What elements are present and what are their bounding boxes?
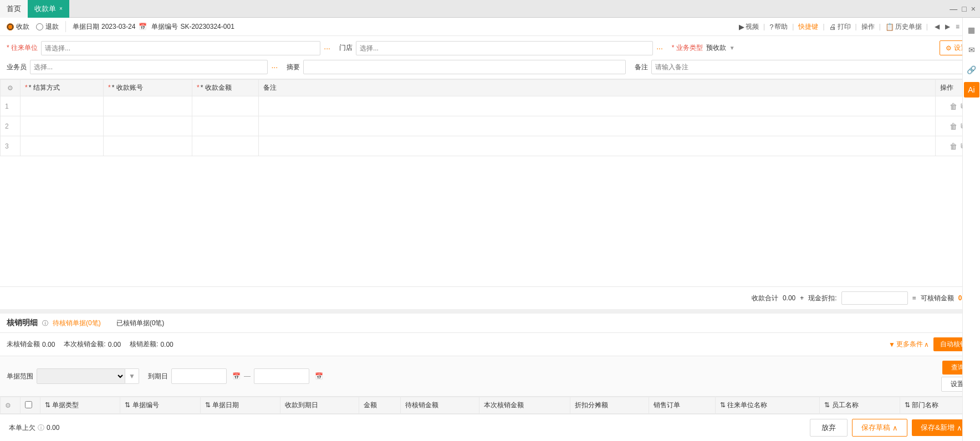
table-row: 2 🗑 ⧉	[1, 116, 980, 136]
refund-radio[interactable]: 退款	[36, 22, 59, 32]
row-2-amount[interactable]	[192, 116, 259, 136]
staff-input[interactable]	[30, 60, 268, 74]
sidebar-table-icon[interactable]: ▦	[964, 22, 979, 38]
refund-radio-input[interactable]	[36, 23, 43, 30]
store-more-icon[interactable]: ···	[656, 44, 663, 53]
business-type-arrow[interactable]: ▼	[729, 45, 735, 51]
print-btn[interactable]: 🖨 打印	[829, 22, 851, 32]
counterpart-input[interactable]	[41, 41, 320, 55]
store-input[interactable]	[356, 41, 653, 55]
more-filter-arrow: ∧	[924, 341, 929, 348]
reconcile-table-settings-icon[interactable]: ⚙	[5, 402, 11, 409]
right-sidebar: ▦ ✉ 🔗 Ai	[962, 18, 980, 441]
form-row-1: * 往来单位 ··· 门店 ··· * 业务类型 预收款 ▼ ⚙ 设置	[7, 40, 973, 55]
table-row: 3 🗑 ⧉	[1, 136, 980, 156]
operations-label: 操作	[861, 22, 875, 32]
counterpart-more-icon[interactable]: ···	[324, 44, 330, 53]
date-from-calendar-icon[interactable]: 📅	[232, 372, 241, 380]
current-reconcile-label: 本次核销金额:	[64, 340, 105, 349]
help-label: 帮助	[774, 22, 788, 32]
window-close-icon[interactable]: ×	[971, 4, 976, 13]
counterpart-field: * 往来单位 ···	[7, 41, 330, 55]
row-1-account[interactable]	[104, 96, 192, 116]
help-btn[interactable]: ? 帮助	[769, 22, 788, 32]
reconcile-title: 核销明细	[7, 318, 38, 328]
toolbar-right: ▶ 视频 | ? 帮助 | 快捷键 | 🖨 打印 | 操作 | 📋	[739, 22, 973, 32]
diff-stat: 核销差额: 0.00	[130, 340, 173, 349]
view-grid-icon[interactable]: ▶	[943, 22, 952, 32]
th-remark: 备注	[259, 80, 936, 96]
bill-no-label: 单据编号	[151, 22, 178, 32]
row-3-remark[interactable]	[259, 136, 936, 156]
reconcile-stats: 未核销金额 0.00 本次核销金额: 0.00 核销差额: 0.00 ▼ 更多条…	[0, 333, 980, 356]
sort-icon: ⇅	[720, 401, 726, 409]
help-icon: ?	[769, 23, 773, 31]
save-draft-btn[interactable]: 保存草稿 ∧	[852, 419, 907, 437]
date-to-input[interactable]: 2022-04-12	[254, 368, 309, 384]
row-2-settle[interactable]	[21, 116, 104, 136]
tab-home[interactable]: 首页	[0, 0, 28, 18]
receipt-radio-input[interactable]	[7, 23, 14, 30]
operations-btn[interactable]: 操作	[861, 22, 875, 32]
discount-input[interactable]	[841, 291, 908, 305]
sidebar-ai-icon[interactable]: Ai	[964, 82, 979, 98]
save-draft-label: 保存草稿	[861, 423, 890, 433]
tab-bar: 首页 收款单 × — □ ×	[0, 0, 980, 18]
reconcile-section: 核销明细 ⓘ 待核销单据(0笔) 已核销单据(0笔) 未核销金额 0.00 本次…	[0, 309, 980, 414]
footer: 本单上欠 ⓘ 0.00 放弃 保存草稿 ∧ 保存&新增 ∧	[0, 414, 980, 441]
row-2-account[interactable]	[104, 116, 192, 136]
equals-sign: =	[912, 294, 916, 302]
reconcile-header: 核销明细 ⓘ 待核销单据(0笔) 已核销单据(0笔)	[0, 314, 980, 333]
reconcile-info-icon[interactable]: ⓘ	[42, 319, 48, 327]
row-3-settle[interactable]	[21, 136, 104, 156]
minimize-icon[interactable]: —	[950, 4, 957, 13]
tab-close-icon[interactable]: ×	[59, 6, 63, 12]
maximize-icon[interactable]: □	[962, 4, 966, 13]
shortcut-btn[interactable]: 快捷键	[798, 22, 818, 32]
staff-more-icon[interactable]: ···	[271, 63, 278, 71]
date-to-calendar-icon[interactable]: 📅	[315, 372, 323, 380]
row-num-1: 1	[1, 96, 21, 116]
row-3-delete-icon[interactable]: 🗑	[950, 142, 957, 151]
view-list-icon[interactable]: ◀	[932, 22, 942, 32]
reconcile-th-staff: ⇅ 员工名称	[820, 397, 900, 414]
bill-limit-info-icon[interactable]: ⓘ	[38, 423, 44, 433]
reconcile-th-bill-date: ⇅ 单据日期	[200, 397, 280, 414]
bill-range-select[interactable]	[37, 368, 125, 384]
row-2-delete-icon[interactable]: 🗑	[950, 122, 957, 131]
bill-date-calendar-icon[interactable]: 📅	[139, 23, 147, 30]
view-mode-list[interactable]: ≡	[953, 22, 962, 32]
sidebar-mail-icon[interactable]: ✉	[964, 42, 979, 58]
history-btn[interactable]: 📋 历史单据	[885, 22, 922, 32]
save-draft-arrow: ∧	[892, 424, 898, 432]
remark-input[interactable]	[651, 60, 973, 74]
reconcile-th-amount: 金额	[359, 397, 401, 414]
bill-date-value: 2023-03-24	[101, 23, 135, 30]
tab-receipt[interactable]: 收款单 ×	[28, 0, 69, 18]
row-1-amount[interactable]	[192, 96, 259, 116]
table-settings-icon[interactable]: ⚙	[7, 84, 13, 92]
row-1-settle[interactable]	[21, 96, 104, 116]
row-1-remark[interactable]	[259, 96, 936, 116]
unreconciled-value: 0.00	[42, 341, 55, 348]
date-from-input[interactable]: 2022-04-01	[171, 368, 227, 384]
summary-input[interactable]	[303, 60, 625, 74]
footer-right: 放弃 保存草稿 ∧ 保存&新增 ∧	[810, 419, 971, 437]
abandon-btn[interactable]: 放弃	[810, 419, 848, 437]
business-type-field: * 业务类型 预收款 ▼	[672, 43, 931, 53]
bottom-table-container: ⚙ ⇅ 单据类型 ⇅ 单据编号	[0, 397, 980, 414]
bill-range-arrow[interactable]: ▼	[125, 368, 139, 384]
sidebar-link-icon[interactable]: 🔗	[964, 62, 979, 78]
reconcile-select-all[interactable]	[25, 401, 32, 408]
row-num-3: 3	[1, 136, 21, 156]
row-2-remark[interactable]	[259, 116, 936, 136]
completed-reconcile-tab[interactable]: 已核销单据(0笔)	[116, 319, 165, 328]
video-btn[interactable]: ▶ 视频	[739, 22, 759, 32]
pending-reconcile-tab[interactable]: 待核销单据(0笔)	[53, 319, 101, 328]
row-3-amount[interactable]	[192, 136, 259, 156]
print-icon: 🖨	[829, 23, 836, 31]
row-3-account[interactable]	[104, 136, 192, 156]
row-1-delete-icon[interactable]: 🗑	[950, 102, 957, 111]
receipt-radio[interactable]: 收款	[7, 22, 29, 32]
more-filter-btn[interactable]: ▼ 更多条件 ∧	[889, 340, 929, 349]
